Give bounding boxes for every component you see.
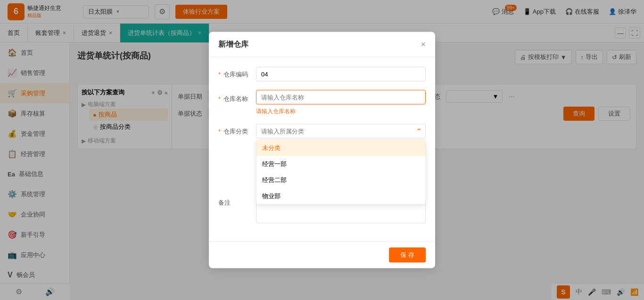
category-toggle-icon[interactable]: ⌃ (416, 127, 422, 136)
category-dropdown: 未分类 经营一部 经营二部 物业部 (256, 140, 426, 205)
dropdown-item-2[interactable]: 经营二部 (256, 172, 425, 188)
name-required-star: * (218, 95, 221, 102)
code-required-star: * (218, 71, 221, 78)
category-required-star: * (218, 128, 221, 135)
save-button[interactable]: 保 存 (389, 248, 426, 263)
name-label: * 仓库名称 (218, 92, 256, 103)
code-form-row: * 仓库编码 (218, 67, 426, 82)
add-warehouse-modal: 新增仓库 × * 仓库编码 * 仓库名称 请输入仓库名称 (209, 32, 435, 268)
name-form-row: * 仓库名称 请输入仓库名称 (218, 90, 426, 116)
category-label: * 仓库分类 (218, 124, 256, 136)
code-input[interactable] (256, 67, 426, 82)
name-input[interactable] (256, 90, 426, 105)
dropdown-item-0[interactable]: 未分类 (256, 140, 425, 156)
category-input-wrapper: ⌃ (256, 124, 426, 139)
modal-close-button[interactable]: × (421, 40, 426, 50)
category-input[interactable] (256, 124, 426, 139)
modal-title: 新增仓库 (218, 40, 248, 50)
dropdown-item-1[interactable]: 经营一部 (256, 156, 425, 172)
category-wrapper: ⌃ 未分类 经营一部 经营二部 物业部 (256, 124, 426, 139)
category-form-row: * 仓库分类 ⌃ 未分类 经营一部 经营二部 物业部 (218, 124, 426, 139)
note-label: 备注 (218, 195, 256, 207)
dropdown-item-3[interactable]: 物业部 (256, 188, 425, 204)
modal-header: 新增仓库 × (209, 32, 435, 58)
name-error-msg: 请输入仓库名称 (256, 108, 296, 115)
modal-footer: 保 存 (209, 242, 435, 268)
code-label: * 仓库编码 (218, 67, 256, 79)
modal-body: * 仓库编码 * 仓库名称 请输入仓库名称 * 仓库分类 (209, 58, 435, 242)
